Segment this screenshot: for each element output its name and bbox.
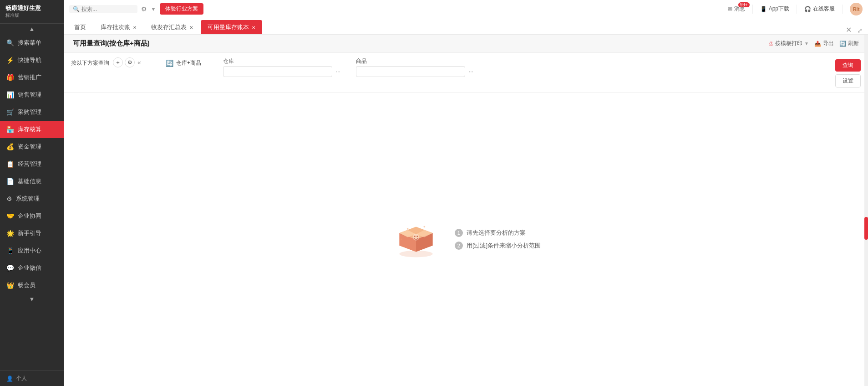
- empty-tip-1: 1 请先选择要分析的方案: [455, 229, 541, 237]
- empty-illustration: [391, 214, 441, 264]
- tab-stock-summary[interactable]: 收发存汇总表 ✕: [144, 20, 200, 34]
- sidebar-scroll: ▲ 🔍 搜索菜单 ⚡ 快捷导航 🎁 营销推广 📊 销售管理 🛒 采购管理 🏪 库…: [0, 24, 64, 371]
- sidebar-item-cooperation[interactable]: 🤝 企业协同: [0, 207, 64, 225]
- refresh-button[interactable]: 🔄 刷新: [839, 40, 859, 47]
- main-content: 🔍 ⚙ ▼ 体验行业方案 ✉ 消息 99+ 📱 App下载 🎧 在线客服: [64, 0, 868, 386]
- page-title: 可用量查询(按仓库+商品): [73, 39, 150, 48]
- sidebar-item-app-center[interactable]: 📱 应用中心: [0, 242, 64, 259]
- empty-state: 1 请先选择要分析的方案 2 用[过滤]条件来缩小分析范围: [391, 214, 541, 264]
- sidebar-scroll-up[interactable]: ▲: [0, 24, 64, 34]
- goods-input[interactable]: [356, 66, 465, 77]
- warehouse-more-button[interactable]: ···: [334, 67, 342, 76]
- message-badge-item[interactable]: ✉ 消息 99+: [728, 5, 745, 13]
- expand-tabs-button[interactable]: ⤢: [855, 27, 864, 34]
- scheme-label: 按以下方案查询: [71, 57, 109, 67]
- goods-more-button[interactable]: ···: [467, 67, 475, 76]
- basic-info-icon: 📄: [6, 178, 14, 185]
- dropdown-icon[interactable]: ▼: [151, 6, 156, 12]
- sidebar-item-wechat[interactable]: 💬 企业微信: [0, 259, 64, 277]
- app-download-item[interactable]: 📱 App下载: [760, 5, 789, 13]
- user-avatar[interactable]: Rit: [850, 3, 863, 15]
- search-input[interactable]: [81, 6, 134, 12]
- print-template-button[interactable]: 🖨 按模板打印 ▼: [768, 40, 809, 47]
- sidebar-item-finance[interactable]: 💰 资金管理: [0, 138, 64, 155]
- export-icon: 📤: [814, 41, 821, 47]
- svg-point-8: [414, 236, 416, 237]
- message-icon: ✉: [728, 6, 732, 12]
- sidebar-item-label: 库存核算: [18, 125, 41, 134]
- tab-home[interactable]: 首页: [67, 20, 93, 34]
- tabs-bar: 首页 库存批次账 ✕ 收发存汇总表 ✕ 可用量库存账本 ✕ ✕ ⤢: [64, 18, 868, 35]
- footer-label: 个人: [16, 375, 27, 382]
- sidebar-scroll-down[interactable]: ▼: [0, 294, 64, 304]
- finance-icon: 💰: [6, 143, 14, 150]
- add-scheme-button[interactable]: +: [113, 57, 123, 67]
- tip-text-1: 请先选择要分析的方案: [467, 229, 526, 237]
- settings-gear-icon[interactable]: ⚙: [141, 5, 147, 13]
- sidebar-item-vip[interactable]: 👑 畅会员: [0, 277, 64, 294]
- footer-icon: 👤: [6, 376, 13, 382]
- print-dropdown-icon[interactable]: ▼: [804, 41, 809, 46]
- online-service-item[interactable]: 🎧 在线客服: [804, 5, 835, 13]
- sidebar-item-basic-info[interactable]: 📄 基础信息: [0, 173, 64, 190]
- print-label: 按模板打印: [775, 40, 802, 47]
- sidebar-item-label: 搜索菜单: [18, 39, 41, 47]
- sidebar-item-inventory[interactable]: 🏪 库存核算: [0, 121, 64, 138]
- sidebar-item-label: 资金管理: [18, 143, 41, 151]
- tab-batch-ledger-close[interactable]: ✕: [133, 25, 137, 30]
- vip-icon: 👑: [6, 282, 14, 289]
- query-button[interactable]: 查询: [835, 59, 861, 72]
- warehouse-input[interactable]: [223, 66, 332, 77]
- sidebar-item-search[interactable]: 🔍 搜索菜单: [0, 34, 64, 51]
- refresh-label: 刷新: [848, 40, 859, 47]
- page-header: 可用量查询(按仓库+商品) 🖨 按模板打印 ▼ 📤 导出 🔄 刷新: [64, 35, 868, 53]
- sidebar-item-quick-nav[interactable]: ⚡ 快捷导航: [0, 51, 64, 69]
- scheme-icon: 🔄: [166, 60, 173, 67]
- sidebar-item-sales[interactable]: 📊 销售管理: [0, 86, 64, 103]
- svg-point-10: [407, 228, 409, 230]
- warehouse-field: 仓库 ···: [223, 57, 350, 77]
- tab-home-label: 首页: [74, 23, 86, 31]
- sidebar-item-purchase[interactable]: 🛒 采购管理: [0, 103, 64, 121]
- wechat-icon: 💬: [6, 264, 14, 272]
- refresh-icon: 🔄: [839, 41, 846, 47]
- right-scrollbar[interactable]: [864, 35, 868, 386]
- svg-point-12: [401, 238, 402, 240]
- newbie-icon: 🌟: [6, 230, 14, 237]
- purchase-icon: 🛒: [6, 108, 14, 116]
- scheme-settings-button[interactable]: ⚙: [125, 57, 135, 67]
- sidebar-item-label: 营销推广: [18, 73, 41, 82]
- scheme-item-label: 仓库+商品: [176, 59, 201, 67]
- sidebar-item-system[interactable]: ⚙ 系统管理: [0, 190, 64, 207]
- sales-icon: 📊: [6, 91, 14, 98]
- filter-fields: 仓库 ··· 商品 ···: [223, 57, 826, 77]
- industry-solution-button[interactable]: 体验行业方案: [160, 3, 203, 15]
- message-count-badge: 99+: [738, 2, 750, 7]
- scrollbar-thumb: [864, 217, 868, 240]
- tab-batch-ledger[interactable]: 库存批次账 ✕: [94, 20, 143, 34]
- sidebar-item-label: 经营管理: [18, 160, 41, 168]
- app-version: 标准版: [5, 12, 58, 19]
- svg-point-11: [423, 226, 425, 228]
- sidebar-item-operations[interactable]: 📋 经营管理: [0, 155, 64, 173]
- sidebar-item-label: 应用中心: [18, 247, 41, 255]
- scheme-item-warehouse-goods[interactable]: 🔄 仓库+商品: [162, 57, 205, 69]
- tab-available-stock[interactable]: 可用量库存账本 ✕: [201, 20, 262, 34]
- warehouse-label: 仓库: [223, 57, 350, 65]
- sidebar: 畅康通好生意 标准版 ▲ 🔍 搜索菜单 ⚡ 快捷导航 🎁 营销推广 📊 销售管理…: [0, 0, 64, 386]
- sidebar-item-marketing[interactable]: 🎁 营销推广: [0, 69, 64, 86]
- sidebar-item-label: 快捷导航: [18, 56, 41, 64]
- sidebar-item-label: 企业协同: [18, 212, 41, 220]
- tab-stock-summary-close[interactable]: ✕: [189, 25, 193, 30]
- filter-settings-button[interactable]: 设置: [835, 74, 861, 87]
- tab-available-stock-label: 可用量库存账本: [208, 23, 249, 31]
- tab-available-stock-close[interactable]: ✕: [252, 25, 255, 30]
- svg-point-9: [416, 236, 418, 237]
- filter-left: 按以下方案查询 + ⚙ «: [71, 57, 153, 67]
- sidebar-item-newbie[interactable]: 🌟 新手引导: [0, 225, 64, 242]
- close-all-tabs-button[interactable]: ✕: [843, 26, 854, 34]
- app-center-icon: 📱: [6, 247, 14, 254]
- collapse-panel-button[interactable]: «: [137, 58, 142, 67]
- sidebar-footer[interactable]: 👤 个人: [0, 371, 64, 386]
- export-button[interactable]: 📤 导出: [814, 40, 834, 47]
